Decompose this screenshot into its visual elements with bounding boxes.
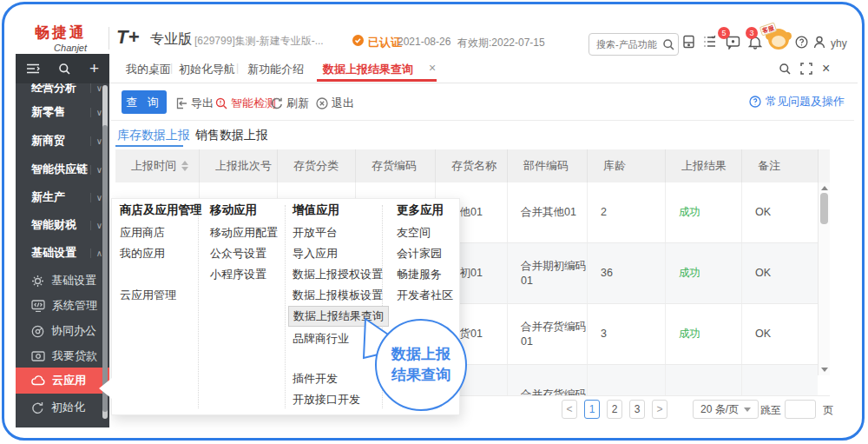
task-list-icon[interactable] — [703, 36, 717, 48]
popup-item-accounting-home[interactable]: 会计家园 — [397, 246, 442, 262]
cell-stock-age: 36 — [588, 243, 666, 303]
popup-item-my-apps[interactable]: 我的应用 — [120, 246, 165, 262]
popup-item-mobile-app-config[interactable]: 移动应用配置 — [210, 225, 278, 241]
popup-item-developer-community[interactable]: 开发者社区 — [397, 288, 453, 303]
smart-check-button[interactable]: 智能检测 — [215, 96, 276, 111]
popup-item-app-store[interactable]: 应用商店 — [120, 225, 165, 241]
tab-new-features[interactable]: 新功能介绍 — [247, 62, 304, 77]
cell-note: OK — [742, 243, 818, 303]
popup-item-chanjet-service[interactable]: 畅捷服务 — [397, 267, 442, 282]
next-page-button[interactable]: > — [652, 400, 667, 419]
search-icon[interactable] — [662, 38, 675, 51]
certified-icon — [352, 34, 365, 47]
cell-stock-age: 3 — [588, 304, 666, 364]
popup-item-brand-industry[interactable]: 品牌商行业 — [293, 331, 349, 347]
sidebar-item-basic-settings[interactable]: 基础设置 — [16, 269, 109, 292]
sidebar-group-new-production[interactable]: 新生产 ∨ — [16, 187, 109, 208]
item-label: 云应用 — [52, 373, 86, 388]
popup-item-open-platform[interactable]: 开放平台 — [293, 225, 338, 241]
message-badge: 5 — [718, 27, 730, 39]
tab-data-report-result-query[interactable]: 数据上报结果查询 — [323, 62, 413, 77]
column-stock-age: 库龄 — [588, 149, 666, 182]
sidebar-item-initialization[interactable]: 初始化 — [16, 396, 109, 419]
sidebar-item-loan[interactable]: 我要贷款 — [16, 345, 109, 368]
column-inventory-name: 存货名称 — [436, 149, 508, 182]
message-icon[interactable] — [726, 36, 740, 50]
brand-logo-cn: 畅捷通 — [35, 23, 87, 43]
popup-item-plugin-dev[interactable]: 插件开发 — [293, 371, 338, 387]
cell-note: OK — [742, 182, 818, 242]
money-icon — [31, 351, 45, 361]
table-scrollbar-thumb[interactable] — [820, 193, 828, 224]
sidebar-group-new-trade[interactable]: 新商贸 ∨ — [16, 130, 109, 151]
popup-item-youspace[interactable]: 友空间 — [397, 225, 431, 241]
export-label: 导出 — [191, 96, 214, 111]
sidebar-item-cloud-app[interactable]: 云应用 — [16, 368, 109, 394]
popup-item-cloud-app-management[interactable]: 云应用管理 — [120, 288, 176, 303]
page-size-select[interactable]: 20 条/页 — [693, 400, 759, 419]
refresh-button[interactable]: 刷新 — [271, 96, 309, 111]
sidebar-group-business-analysis[interactable]: 经营分析 ∨ — [16, 83, 109, 98]
sidebar-group-smart-supply-chain[interactable]: 智能供应链 ∨ — [16, 159, 109, 180]
query-button[interactable]: 查 询 — [122, 90, 167, 114]
page-button-1[interactable]: 1 — [584, 400, 600, 419]
column-label: 库龄 — [603, 158, 626, 174]
support-mascot[interactable]: 客服 — [766, 27, 792, 51]
tab-separator: | — [170, 62, 173, 74]
sidebar-group-new-retail[interactable]: 新零售 ∨ — [16, 102, 109, 123]
sort-icon[interactable] — [181, 161, 188, 171]
cell-note — [742, 365, 818, 396]
prev-page-button[interactable]: < — [562, 400, 577, 419]
search-input[interactable] — [596, 39, 662, 50]
refresh-label: 刷新 — [286, 96, 309, 111]
popup-item-data-report-template-settings[interactable]: 数据上报模板设置 — [293, 288, 383, 303]
tab-search-icon[interactable] — [779, 63, 792, 76]
page-button-3[interactable]: 3 — [629, 400, 645, 419]
menu-icon[interactable] — [26, 63, 40, 74]
sidebar-search-icon[interactable] — [58, 63, 71, 76]
subtab-sales-report[interactable]: 销售数据上报 — [195, 128, 268, 143]
tab-my-desktop[interactable]: 我的桌面 — [126, 62, 171, 77]
sidebar-item-collaborative-office[interactable]: 协同办公 — [16, 320, 109, 342]
page-button-2[interactable]: 2 — [607, 400, 622, 419]
scroll-up-icon[interactable] — [821, 186, 828, 190]
sidebar-group-basic-settings[interactable]: 基础设置 ∧ — [16, 242, 109, 263]
export-button[interactable]: 导出 — [175, 96, 214, 111]
username-label: yhy — [831, 37, 847, 50]
faq-link[interactable]: 常见问题及操作 — [749, 94, 845, 109]
subtab-inventory-report[interactable]: 库存数据上报 — [117, 128, 190, 143]
popup-item-mini-program-settings[interactable]: 小程序设置 — [210, 267, 266, 282]
fullscreen-icon[interactable] — [800, 63, 812, 75]
popup-item-open-api-dev[interactable]: 开放接口开发 — [293, 392, 360, 408]
sidebar-group-smart-finance-tax[interactable]: 智能财税 ∨ — [16, 215, 109, 235]
column-label: 上报时间 — [131, 158, 176, 174]
close-all-icon[interactable]: × — [822, 61, 830, 76]
sidebar-scrollbar-thumb[interactable] — [102, 125, 108, 412]
smart-check-label: 智能检测 — [231, 96, 276, 111]
callout-line2: 结果查询 — [391, 365, 450, 386]
add-icon[interactable]: + — [89, 63, 99, 75]
sidebar-item-system-management[interactable]: 系统管理 — [16, 295, 109, 317]
subtab-underline — [115, 145, 183, 147]
popup-item-official-account-settings[interactable]: 公众号设置 — [210, 246, 266, 262]
help-icon[interactable] — [795, 36, 808, 49]
scroll-down-icon[interactable] — [821, 368, 828, 372]
table-scrollbar[interactable] — [818, 182, 830, 375]
monitor-icon — [31, 300, 45, 312]
chevron-down-icon: ∨ — [90, 221, 102, 230]
popup-item-data-report-auth-settings[interactable]: 数据上报授权设置 — [293, 267, 383, 282]
workbench-icon[interactable] — [682, 35, 695, 49]
user-icon[interactable] — [813, 36, 825, 49]
group-label: 新商贸 — [31, 133, 65, 149]
cell-note: OK — [742, 304, 818, 364]
group-label: 基础设置 — [31, 245, 76, 261]
column-inventory-code: 存货编码 — [356, 149, 436, 182]
tab-init-navigation[interactable]: 初始化导航 — [179, 62, 235, 77]
popup-item-import-app[interactable]: 导入应用 — [293, 246, 338, 262]
column-report-time[interactable]: 上报时间 — [115, 149, 200, 182]
cloud-icon — [31, 375, 45, 386]
jump-page-input[interactable] — [785, 400, 816, 419]
product-search-box[interactable] — [589, 33, 679, 56]
tab-close-icon[interactable]: × — [429, 61, 436, 75]
exit-button[interactable]: 退出 — [316, 96, 354, 111]
